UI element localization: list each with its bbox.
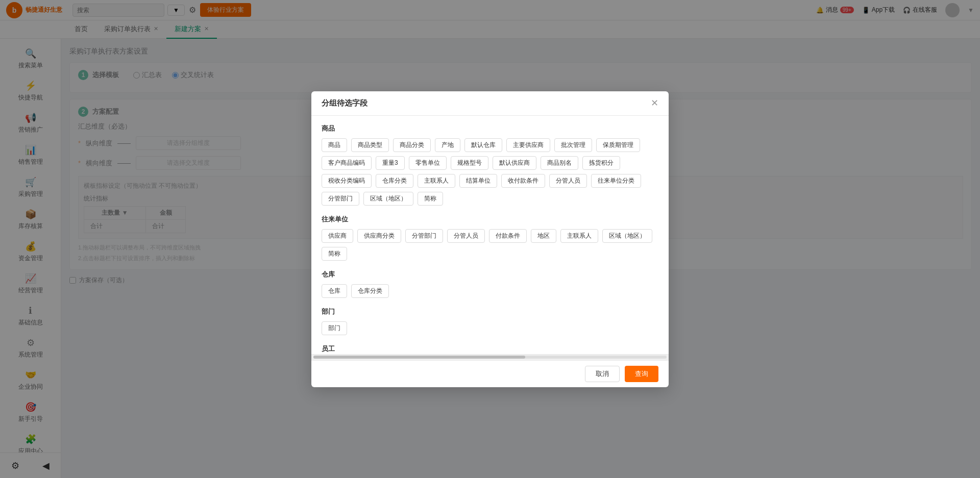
field-section-title: 员工 bbox=[322, 344, 658, 354]
hscroll-thumb bbox=[313, 356, 525, 359]
field-tag[interactable]: 简称 bbox=[322, 247, 347, 261]
field-tag[interactable]: 规格型号 bbox=[451, 156, 488, 170]
field-tag[interactable]: 商品别名 bbox=[541, 156, 578, 170]
field-tag[interactable]: 商品 bbox=[322, 138, 347, 152]
modal-overlay: 分组待选字段 ✕ 商品商品商品类型商品分类产地默认仓库主要供应商批次管理保质期管… bbox=[0, 0, 980, 478]
field-section-商品: 商品商品商品类型商品分类产地默认仓库主要供应商批次管理保质期管理客户商品编码重量… bbox=[322, 124, 658, 206]
field-tag[interactable]: 供应商分类 bbox=[357, 229, 401, 243]
field-tag[interactable]: 仓库分类 bbox=[351, 284, 389, 298]
modal-confirm-button[interactable]: 查询 bbox=[625, 366, 658, 382]
modal-footer: 取消 查询 bbox=[311, 360, 669, 387]
field-section-title: 部门 bbox=[322, 307, 658, 316]
field-tags: 商品商品类型商品分类产地默认仓库主要供应商批次管理保质期管理客户商品编码重量3零… bbox=[322, 138, 658, 206]
field-tag[interactable]: 仓库分类 bbox=[376, 174, 413, 188]
field-tag[interactable]: 部门 bbox=[322, 321, 347, 335]
field-tag[interactable]: 结算单位 bbox=[459, 174, 497, 188]
field-tag[interactable]: 税收分类编码 bbox=[322, 174, 372, 188]
field-tag[interactable]: 收付款条件 bbox=[501, 174, 545, 188]
field-section-往来单位: 往来单位供应商供应商分类分管部门分管人员付款条件地区主联系人区域（地区）简称 bbox=[322, 215, 658, 261]
field-tag[interactable]: 区域（地区） bbox=[363, 192, 413, 206]
field-tag[interactable]: 商品分类 bbox=[393, 138, 431, 152]
field-section-title: 商品 bbox=[322, 124, 658, 133]
field-tags: 仓库仓库分类 bbox=[322, 284, 658, 298]
field-section-title: 仓库 bbox=[322, 270, 658, 279]
field-tag[interactable]: 简称 bbox=[418, 192, 443, 206]
field-tag[interactable]: 区域（地区） bbox=[602, 229, 652, 243]
field-tag[interactable]: 零售单位 bbox=[409, 156, 447, 170]
modal-close-button[interactable]: ✕ bbox=[651, 98, 658, 108]
field-tag[interactable]: 主联系人 bbox=[418, 174, 455, 188]
field-tag[interactable]: 主联系人 bbox=[560, 229, 598, 243]
field-tag[interactable]: 客户商品编码 bbox=[322, 156, 372, 170]
field-tag[interactable]: 拣货积分 bbox=[582, 156, 620, 170]
field-tag[interactable]: 保质期管理 bbox=[596, 138, 640, 152]
field-tags: 供应商供应商分类分管部门分管人员付款条件地区主联系人区域（地区）简称 bbox=[322, 229, 658, 261]
field-select-modal: 分组待选字段 ✕ 商品商品商品类型商品分类产地默认仓库主要供应商批次管理保质期管… bbox=[311, 91, 669, 387]
field-section-部门: 部门部门 bbox=[322, 307, 658, 335]
field-tag[interactable]: 分管部门 bbox=[322, 192, 359, 206]
field-tag[interactable]: 分管人员 bbox=[549, 174, 587, 188]
field-tag[interactable]: 产地 bbox=[435, 138, 460, 152]
field-tag[interactable]: 仓库 bbox=[322, 284, 347, 298]
field-tag[interactable]: 往来单位分类 bbox=[591, 174, 641, 188]
field-section-员工: 员工业务员 bbox=[322, 344, 658, 354]
modal-header: 分组待选字段 ✕ bbox=[311, 91, 669, 116]
hscroll-track bbox=[313, 356, 667, 359]
field-tag[interactable]: 主要供应商 bbox=[506, 138, 550, 152]
field-tag[interactable]: 默认供应商 bbox=[493, 156, 536, 170]
modal-body: 商品商品商品类型商品分类产地默认仓库主要供应商批次管理保质期管理客户商品编码重量… bbox=[311, 116, 669, 354]
modal-title: 分组待选字段 bbox=[322, 98, 368, 108]
field-tag[interactable]: 重量3 bbox=[376, 156, 405, 170]
field-section-仓库: 仓库仓库仓库分类 bbox=[322, 270, 658, 298]
field-tag[interactable]: 付款条件 bbox=[489, 229, 527, 243]
field-tag[interactable]: 地区 bbox=[531, 229, 556, 243]
field-tag[interactable]: 默认仓库 bbox=[464, 138, 502, 152]
field-tag[interactable]: 供应商 bbox=[322, 229, 353, 243]
field-tag[interactable]: 商品类型 bbox=[351, 138, 389, 152]
field-tags: 部门 bbox=[322, 321, 658, 335]
field-tag[interactable]: 分管部门 bbox=[405, 229, 443, 243]
field-section-title: 往来单位 bbox=[322, 215, 658, 224]
modal-horizontal-scrollbar[interactable] bbox=[311, 354, 669, 360]
field-tag[interactable]: 分管人员 bbox=[447, 229, 485, 243]
field-tag[interactable]: 批次管理 bbox=[554, 138, 592, 152]
modal-cancel-button[interactable]: 取消 bbox=[585, 366, 620, 382]
